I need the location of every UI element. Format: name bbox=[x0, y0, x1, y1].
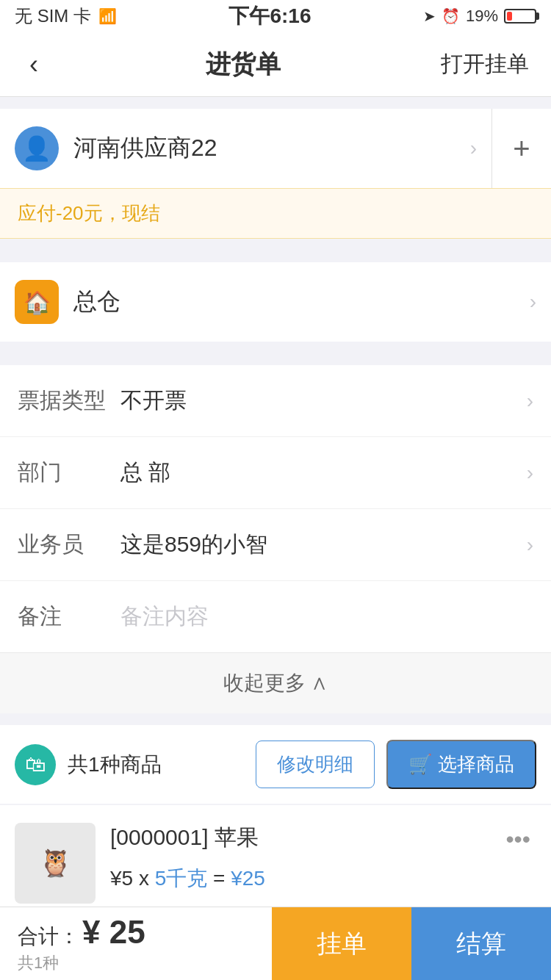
invoice-type-value: 不开票 bbox=[106, 386, 527, 416]
department-value: 总 部 bbox=[106, 458, 527, 488]
salesperson-label: 业务员 bbox=[18, 530, 106, 560]
multiply-sign: x bbox=[139, 867, 155, 890]
nav-bar: ‹ 进货单 打开挂单 bbox=[0, 32, 551, 97]
remark-row[interactable]: 备注 备注内容 bbox=[0, 581, 551, 652]
total-count: 共1种 bbox=[18, 952, 254, 974]
separator-2 bbox=[0, 239, 551, 251]
shopping-bag-icon: 🛍 bbox=[25, 752, 46, 777]
bottom-bar: 合计： ¥ 25 共1种 挂单 结算 bbox=[0, 907, 551, 980]
salesperson-chevron-icon: › bbox=[527, 533, 533, 557]
time-text: 下午6:16 bbox=[228, 2, 311, 30]
warehouse-chevron-icon: › bbox=[530, 290, 536, 314]
supplier-avatar: 👤 bbox=[15, 126, 59, 170]
separator-3 bbox=[0, 342, 551, 353]
salesperson-value: 这是859的小智 bbox=[106, 530, 527, 560]
select-product-label: 选择商品 bbox=[438, 752, 514, 777]
settle-button[interactable]: 结算 bbox=[411, 907, 551, 981]
hang-button[interactable]: 挂单 bbox=[272, 907, 411, 981]
invoice-type-row[interactable]: 票据类型 不开票 › bbox=[0, 365, 551, 437]
department-label: 部门 bbox=[18, 458, 106, 488]
chevron-right-icon: › bbox=[470, 137, 477, 160]
wifi-icon: 📶 bbox=[98, 7, 117, 25]
owl-icon: 🦉 bbox=[39, 848, 72, 879]
battery-indicator bbox=[504, 9, 536, 24]
total-amount: ¥ 25 bbox=[82, 914, 145, 951]
supplier-row[interactable]: 👤 河南供应商22 › bbox=[0, 109, 492, 188]
add-supplier-button[interactable]: + bbox=[492, 109, 551, 188]
user-icon: 👤 bbox=[22, 134, 51, 162]
product-price-row: ¥5 x 5千克 = ¥25 bbox=[110, 865, 485, 893]
form-section: 票据类型 不开票 › 部门 总 部 › 业务员 这是859的小智 › 备注 备注… bbox=[0, 365, 551, 652]
department-chevron-icon: › bbox=[527, 461, 533, 485]
warehouse-icon: 🏠 bbox=[24, 289, 51, 315]
product-item: 🦉 [0000001] 苹果 ¥5 x 5千克 = ¥25 ••• bbox=[0, 805, 551, 921]
location-icon: ➤ bbox=[423, 7, 436, 25]
battery-percent: 19% bbox=[466, 7, 498, 26]
salesperson-row[interactable]: 业务员 这是859的小智 › bbox=[0, 509, 551, 581]
product-name: [0000001] 苹果 bbox=[110, 823, 485, 853]
product-code: [0000001] bbox=[110, 825, 208, 849]
warning-banner: 应付-20元，现结 bbox=[0, 188, 551, 239]
carrier-text: 无 SIM 卡 bbox=[15, 4, 91, 28]
warehouse-row[interactable]: 🏠 总仓 › bbox=[0, 262, 551, 342]
supplier-name: 河南供应商22 bbox=[73, 132, 470, 165]
collapse-row[interactable]: 收起更多 ∧ bbox=[0, 652, 551, 713]
alarm-icon: ⏰ bbox=[442, 7, 460, 25]
quantity: 5千克 bbox=[155, 867, 208, 890]
product-title: 苹果 bbox=[215, 825, 259, 849]
remark-placeholder: 备注内容 bbox=[106, 602, 533, 632]
product-thumbnail: 🦉 bbox=[15, 823, 96, 904]
collapse-label: 收起更多 ∧ bbox=[223, 669, 328, 697]
separator-1 bbox=[0, 97, 551, 109]
product-menu-button[interactable]: ••• bbox=[500, 823, 536, 856]
supplier-section: 👤 河南供应商22 › + bbox=[0, 109, 551, 188]
cart-icon: 🛒 bbox=[408, 753, 432, 776]
content-area: 👤 河南供应商22 › + 应付-20元，现结 🏠 总仓 › 票据类型 不开票 … bbox=[0, 97, 551, 980]
product-total: ¥25 bbox=[231, 867, 265, 890]
total-label: 合计： bbox=[18, 923, 79, 951]
battery-fill bbox=[507, 12, 512, 21]
warehouse-icon-wrap: 🏠 bbox=[15, 280, 59, 324]
select-product-button[interactable]: 🛒 选择商品 bbox=[386, 740, 536, 789]
status-bar: 无 SIM 卡 📶 下午6:16 ➤ ⏰ 19% bbox=[0, 0, 551, 32]
product-count-icon: 🛍 bbox=[15, 744, 56, 785]
status-right: ➤ ⏰ 19% bbox=[423, 7, 536, 26]
invoice-chevron-icon: › bbox=[527, 389, 533, 413]
remark-label: 备注 bbox=[18, 602, 106, 632]
department-row[interactable]: 部门 总 部 › bbox=[0, 437, 551, 509]
equals-sign: = bbox=[213, 867, 231, 890]
invoice-type-label: 票据类型 bbox=[18, 386, 106, 416]
page-title: 进货单 bbox=[206, 48, 281, 82]
status-left: 无 SIM 卡 📶 bbox=[15, 4, 117, 28]
unit-price: ¥5 bbox=[110, 867, 133, 890]
product-header: 🛍 共1种商品 修改明细 🛒 选择商品 bbox=[0, 725, 551, 804]
back-button[interactable]: ‹ bbox=[22, 42, 46, 87]
modify-detail-button[interactable]: 修改明细 bbox=[256, 741, 375, 788]
product-count-label: 共1种商品 bbox=[68, 751, 244, 779]
warehouse-name: 总仓 bbox=[73, 286, 530, 318]
product-info: [0000001] 苹果 ¥5 x 5千克 = ¥25 bbox=[110, 823, 485, 893]
warning-text: 应付-20元，现结 bbox=[18, 202, 160, 224]
open-hang-button[interactable]: 打开挂单 bbox=[441, 49, 529, 79]
total-section: 合计： ¥ 25 共1种 bbox=[0, 914, 272, 974]
